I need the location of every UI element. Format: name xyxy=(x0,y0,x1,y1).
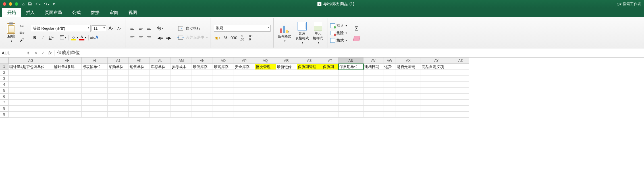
align-middle-icon[interactable] xyxy=(137,25,144,32)
column-header-AJ[interactable]: AJ xyxy=(108,58,129,64)
column-header-AO[interactable]: AO xyxy=(213,58,234,64)
cell-AZ5[interactable] xyxy=(452,88,469,94)
row-header-3[interactable]: 3 xyxy=(0,76,9,82)
cell-AU1[interactable]: 保质期单位 xyxy=(338,64,363,70)
column-header-AG[interactable]: AG xyxy=(9,58,53,64)
cell-AP7[interactable] xyxy=(234,100,255,106)
row-header-4[interactable]: 4 xyxy=(0,82,9,88)
cell-AM1[interactable]: 参考成本 xyxy=(171,64,192,70)
cell-AG3[interactable] xyxy=(9,76,53,82)
cell-AG5[interactable] xyxy=(9,88,53,94)
column-header-AS[interactable]: AS xyxy=(297,58,322,64)
cell-AU9[interactable] xyxy=(338,112,363,118)
merge-center-button[interactable]: 合并后居中 ▾ xyxy=(178,35,208,40)
cell-AT5[interactable] xyxy=(322,88,338,94)
cell-AU8[interactable] xyxy=(338,106,363,112)
column-header-AN[interactable]: AN xyxy=(192,58,213,64)
cell-AG2[interactable] xyxy=(9,70,53,76)
cell-AW9[interactable] xyxy=(383,112,396,118)
cell-AG4[interactable] xyxy=(9,82,53,88)
cell-AH9[interactable] xyxy=(53,112,82,118)
cell-AZ3[interactable] xyxy=(452,76,469,82)
cell-AR1[interactable]: 最新进价 xyxy=(276,64,297,70)
cell-AS8[interactable] xyxy=(297,106,322,112)
cell-AZ7[interactable] xyxy=(452,100,469,106)
cell-AI1[interactable]: 报表辅单位 xyxy=(82,64,108,70)
format-painter-icon[interactable]: 🖌︎ xyxy=(19,37,25,43)
column-header-AP[interactable]: AP xyxy=(234,58,255,64)
cell-AR9[interactable] xyxy=(276,112,297,118)
format-table-button[interactable]: 套用 表格格式▾ xyxy=(294,21,310,45)
cell-AK3[interactable] xyxy=(129,76,150,82)
cell-AI9[interactable] xyxy=(82,112,108,118)
cell-AS7[interactable] xyxy=(297,100,322,106)
cell-AJ1[interactable]: 采购单位 xyxy=(108,64,129,70)
increase-decimal-icon[interactable]: .0.00 xyxy=(238,34,246,41)
cell-AU4[interactable] xyxy=(338,82,363,88)
copy-icon[interactable]: ⧉▾ xyxy=(19,30,25,36)
cell-AI2[interactable] xyxy=(82,70,108,76)
ribbon-tab-5[interactable]: 审阅 xyxy=(105,8,123,17)
clear-icon[interactable] xyxy=(353,36,360,41)
cell-AS6[interactable] xyxy=(297,94,322,100)
cell-AZ4[interactable] xyxy=(452,82,469,88)
cell-AU6[interactable] xyxy=(338,94,363,100)
ribbon-tab-0[interactable]: 开始 xyxy=(2,8,21,17)
cell-AO2[interactable] xyxy=(213,70,234,76)
column-header-AV[interactable]: AV xyxy=(363,58,383,64)
cell-AN5[interactable] xyxy=(192,88,213,94)
cell-AM6[interactable] xyxy=(171,94,192,100)
cell-AM9[interactable] xyxy=(171,112,192,118)
cell-AM3[interactable] xyxy=(171,76,192,82)
name-box[interactable]: AU1 ▲▼ xyxy=(0,49,31,56)
decrease-indent-icon[interactable]: ◀≡ xyxy=(157,34,164,41)
cell-AX5[interactable] xyxy=(396,88,421,94)
paste-button[interactable]: 粘贴 ▾ xyxy=(5,23,17,43)
cell-AM5[interactable] xyxy=(171,88,192,94)
cell-AN4[interactable] xyxy=(192,82,213,88)
cell-AP1[interactable]: 安全库存 xyxy=(234,64,255,70)
cell-AQ1[interactable]: 批次管理 xyxy=(255,64,276,70)
number-format-dropdown[interactable]: 常规 xyxy=(214,25,271,32)
phonetic-guide-button[interactable]: abcA xyxy=(91,34,98,41)
cell-AH2[interactable] xyxy=(53,70,82,76)
column-header-AW[interactable]: AW xyxy=(383,58,396,64)
font-size-dropdown[interactable]: 11 xyxy=(92,25,106,31)
align-left-icon[interactable] xyxy=(129,34,136,41)
cell-AY9[interactable] xyxy=(421,112,452,118)
cell-AT2[interactable] xyxy=(322,70,338,76)
align-top-icon[interactable] xyxy=(129,25,136,32)
conditional-format-button[interactable]: ≠ 条件格式▾ xyxy=(277,23,292,43)
cell-AR6[interactable] xyxy=(276,94,297,100)
cell-AS5[interactable] xyxy=(297,88,322,94)
cell-AV3[interactable] xyxy=(363,76,383,82)
column-header-AQ[interactable]: AQ xyxy=(255,58,276,64)
cell-AO1[interactable]: 最高库存 xyxy=(213,64,234,70)
cell-AI8[interactable] xyxy=(82,106,108,112)
cell-AH4[interactable] xyxy=(53,82,82,88)
insert-function-icon[interactable]: fx xyxy=(48,50,52,55)
cell-AK8[interactable] xyxy=(129,106,150,112)
cell-AV4[interactable] xyxy=(363,82,383,88)
increase-indent-icon[interactable]: ≡▶ xyxy=(165,34,172,41)
cell-AY6[interactable] xyxy=(421,94,452,100)
cell-AZ8[interactable] xyxy=(452,106,469,112)
font-color-button[interactable]: A▾ xyxy=(79,34,86,41)
cell-AP9[interactable] xyxy=(234,112,255,118)
cell-AP8[interactable] xyxy=(234,106,255,112)
cell-AZ1[interactable] xyxy=(452,64,469,70)
cell-AW5[interactable] xyxy=(383,88,396,94)
cell-AL6[interactable] xyxy=(150,94,171,100)
cell-AK7[interactable] xyxy=(129,100,150,106)
italic-button[interactable]: I xyxy=(39,34,47,41)
cell-AS3[interactable] xyxy=(297,76,322,82)
cell-AJ5[interactable] xyxy=(108,88,129,94)
qat-customize-icon[interactable]: ▾ xyxy=(53,2,55,6)
column-header-AU[interactable]: AU xyxy=(338,58,363,64)
cell-AU3[interactable] xyxy=(338,76,363,82)
cell-AY2[interactable] xyxy=(421,70,452,76)
cell-AQ5[interactable] xyxy=(255,88,276,94)
align-bottom-icon[interactable] xyxy=(145,25,153,32)
cell-AX6[interactable] xyxy=(396,94,421,100)
increase-font-icon[interactable]: A▴ xyxy=(107,25,115,32)
